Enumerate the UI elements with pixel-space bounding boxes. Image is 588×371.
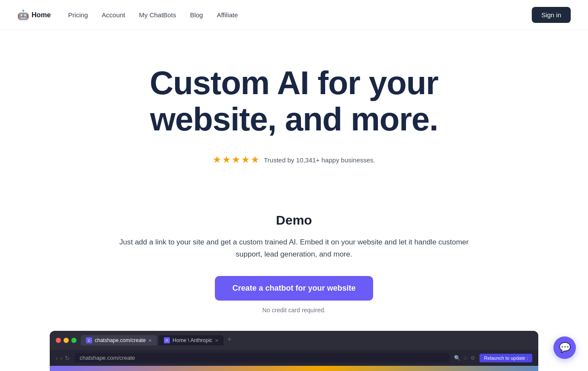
browser-dots [56, 338, 77, 343]
nav-account[interactable]: Account [102, 11, 125, 19]
star-rating: ★ ★ ★ ★ ★ [213, 154, 259, 165]
floating-chat-button[interactable]: 💬 [553, 336, 576, 359]
navbar-right: Sign in [532, 7, 571, 23]
forward-button[interactable]: › [61, 355, 63, 361]
refresh-button[interactable]: ↻ [65, 355, 70, 361]
back-button[interactable]: ‹ [56, 355, 58, 361]
logo-text: Home [32, 11, 51, 19]
navbar: 🤖 Home Pricing Account My ChatBots Blog … [0, 0, 588, 30]
navbar-left: 🤖 Home Pricing Account My ChatBots Blog … [17, 10, 238, 21]
cta-container: Create a chatbot for your website [17, 276, 571, 307]
dot-minimize[interactable] [64, 338, 69, 343]
navbar-links: Pricing Account My ChatBots Blog Affilia… [68, 11, 238, 19]
tab-close-1[interactable]: ✕ [148, 338, 152, 343]
nav-arrows: ‹ › ↻ [56, 355, 70, 361]
browser-tabs: c chatshape.com/create ✕ A Home \ Anthro… [81, 335, 532, 346]
tab-favicon-2: A [164, 337, 170, 343]
nav-affiliate[interactable]: Affiliate [217, 11, 238, 19]
nav-pricing[interactable]: Pricing [68, 11, 88, 19]
dot-maximize[interactable] [71, 338, 77, 343]
browser-nav: ‹ › ↻ chatshape.com/create 🔍 ☆ ⚙ Relaunc… [50, 350, 538, 366]
browser-actions: 🔍 ☆ ⚙ [454, 355, 475, 361]
cta-button[interactable]: Create a chatbot for your website [215, 276, 373, 301]
demo-title: Demo [17, 213, 571, 228]
zoom-icon[interactable]: 🔍 [454, 355, 460, 361]
extensions-icon[interactable]: ⚙ [470, 355, 475, 361]
hero-title: Custom AI for your website, and more. [99, 65, 489, 137]
dot-close[interactable] [56, 338, 61, 343]
nav-blog[interactable]: Blog [190, 11, 203, 19]
home-logo[interactable]: 🤖 Home [17, 10, 51, 21]
relaunch-button[interactable]: Relaunch to update : [479, 354, 532, 362]
browser-window: c chatshape.com/create ✕ A Home \ Anthro… [50, 331, 538, 371]
demo-description: Just add a link to your site and get a c… [108, 236, 480, 260]
preview-section: c chatshape.com/create ✕ A Home \ Anthro… [0, 322, 588, 371]
star-2: ★ [222, 154, 231, 165]
star-5: ★ [251, 154, 259, 165]
new-tab-button[interactable]: + [227, 335, 232, 346]
no-credit-card-text: No credit card required. [17, 307, 571, 314]
address-bar[interactable]: chatshape.com/create [74, 353, 450, 363]
logo-icon: 🤖 [17, 10, 29, 21]
chat-icon: 💬 [559, 342, 571, 353]
signin-button[interactable]: Sign in [532, 7, 571, 23]
tab-label-1: chatshape.com/create [95, 337, 146, 343]
tab-chatshape[interactable]: c chatshape.com/create ✕ [81, 335, 157, 346]
hero-section: Custom AI for your website, and more. ★ … [0, 30, 588, 200]
tab-close-2[interactable]: ✕ [215, 338, 218, 343]
star-3: ★ [232, 154, 240, 165]
star-4: ★ [241, 154, 250, 165]
nav-chatbots[interactable]: My ChatBots [139, 11, 176, 19]
browser-content: Create chatbot [50, 366, 538, 371]
demo-section: Demo Just add a link to your site and ge… [0, 200, 588, 322]
star-1: ★ [213, 154, 221, 165]
rating-text: Trusted by 10,341+ happy businesses. [264, 156, 375, 164]
tab-anthropic[interactable]: A Home \ Anthropic ✕ [159, 335, 224, 346]
tab-label-2: Home \ Anthropic [173, 337, 212, 343]
bookmark-icon[interactable]: ☆ [463, 355, 468, 361]
tab-favicon-1: c [86, 337, 92, 343]
hero-rating: ★ ★ ★ ★ ★ Trusted by 10,341+ happy busin… [17, 154, 571, 165]
browser-chrome: c chatshape.com/create ✕ A Home \ Anthro… [50, 331, 538, 350]
